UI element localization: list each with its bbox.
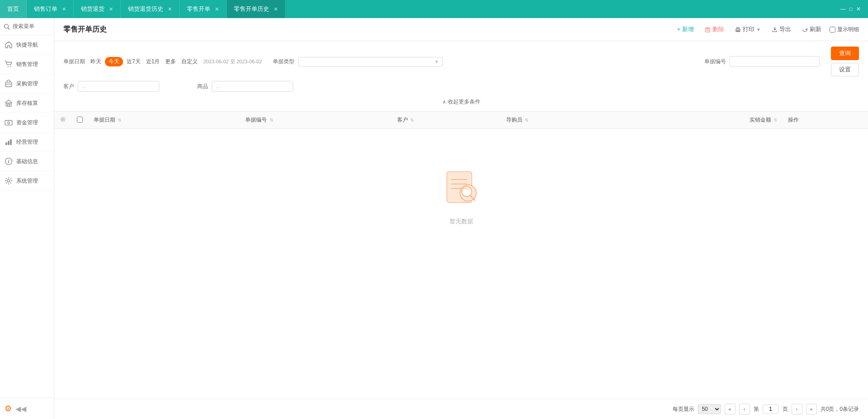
box-icon	[5, 80, 13, 88]
warehouse-icon	[5, 99, 13, 107]
close-tab-retail-open[interactable]: ✕	[215, 6, 219, 12]
date-btn-7days[interactable]: 近7天	[125, 57, 142, 66]
customer-label: 客户	[63, 83, 74, 90]
new-button[interactable]: + 新增	[674, 24, 697, 35]
svg-point-9	[8, 122, 10, 124]
print-icon	[735, 27, 741, 33]
date-btn-1month[interactable]: 近1月	[144, 57, 162, 66]
filter-goods: 商品 ...	[197, 81, 293, 92]
col-amount[interactable]: 实销金额 ⇅	[631, 112, 783, 129]
col-guide[interactable]: 导购员 ⇅	[501, 112, 631, 129]
per-page-select[interactable]: 10 20 50 100	[698, 404, 721, 414]
print-dropdown-icon[interactable]: ▼	[756, 27, 761, 32]
svg-point-23	[62, 118, 64, 120]
display-detail-check[interactable]	[830, 27, 835, 33]
settings-gear-btn[interactable]: ⚙	[5, 404, 12, 414]
sidebar: 搜索菜单 快捷导航 销售管理 采购管理	[0, 18, 54, 419]
filter-customer: 客户 ...	[63, 81, 159, 92]
col-doc-date[interactable]: 单据日期 ⇅	[88, 112, 240, 129]
tab-sales-return-history[interactable]: 销货退货历史 ✕	[121, 0, 180, 18]
sidebar-label-sys-mgmt: 系统管理	[16, 177, 38, 185]
tab-home[interactable]: 首页	[0, 0, 27, 18]
goods-select[interactable]: ...	[212, 81, 293, 92]
tab-retail-open-history[interactable]: 零售开单历史 ✕	[227, 0, 285, 18]
sidebar-label-inventory: 库存核算	[16, 99, 38, 107]
query-button[interactable]: 查询	[831, 47, 859, 60]
sidebar-item-sales-mgmt[interactable]: 销售管理	[0, 55, 54, 74]
tab-retail-open[interactable]: 零售开单 ✕	[180, 0, 227, 18]
filter-doc-type: 单据类型 ▼	[273, 57, 693, 66]
sidebar-label-purchase-mgmt: 采购管理	[16, 80, 38, 88]
delete-button[interactable]: 删除	[702, 24, 727, 35]
date-btn-custom[interactable]: 自定义	[180, 57, 199, 66]
sidebar-item-basic-info[interactable]: 基础信息	[0, 152, 54, 171]
chart-icon	[5, 138, 13, 146]
action-buttons: 查询 设置	[831, 47, 859, 76]
filter-date: 单据日期 昨天 今天 近7天 近1月 更多 自定义 2023-06-02 至 2…	[63, 57, 262, 66]
search-icon	[4, 24, 10, 30]
export-icon	[772, 27, 778, 33]
tab-sales-return[interactable]: 销货退货 ✕	[74, 0, 121, 18]
settings-button[interactable]: 设置	[831, 63, 859, 76]
sidebar-item-purchase-mgmt[interactable]: 采购管理	[0, 74, 54, 94]
svg-point-3	[10, 66, 11, 67]
next-page-btn[interactable]: ›	[792, 404, 802, 414]
minimize-btn[interactable]: —	[840, 6, 846, 12]
print-button[interactable]: 打印 ▼	[732, 24, 764, 35]
date-btn-yesterday[interactable]: 昨天	[89, 57, 103, 66]
select-all-col[interactable]	[71, 112, 88, 129]
page-header: 零售开单历史 + 新增 删除 打印 ▼ 导出	[54, 18, 868, 41]
sort-icon-guide: ⇅	[525, 118, 528, 122]
col-customer[interactable]: 客户 ⇅	[392, 112, 501, 129]
svg-rect-8	[5, 121, 12, 125]
sort-icon-amount: ⇅	[773, 118, 777, 122]
collapse-more-btn[interactable]: ∧ 收起更多条件	[63, 96, 859, 108]
customer-placeholder: ...	[82, 83, 86, 89]
close-tab-sales-order[interactable]: ✕	[62, 6, 66, 12]
svg-point-2	[8, 66, 9, 67]
select-all-checkbox[interactable]	[77, 117, 83, 122]
date-buttons: 昨天 今天 近7天 近1月 更多 自定义 2023-06-02 至 2023-0…	[89, 57, 262, 66]
prev-page-btn[interactable]: ‹	[739, 404, 750, 414]
refresh-button[interactable]: 刷新	[799, 24, 824, 35]
sidebar-label-finance: 资金管理	[16, 119, 38, 127]
export-btn-label: 导出	[779, 25, 791, 33]
col-doc-number[interactable]: 单据编号 ⇅	[240, 112, 391, 129]
empty-text: 暂无数据	[450, 217, 473, 226]
page-title: 零售开单历史	[63, 25, 107, 34]
sidebar-item-inventory[interactable]: 库存核算	[0, 94, 54, 113]
export-button[interactable]: 导出	[769, 24, 794, 35]
sidebar-item-operation[interactable]: 经营管理	[0, 132, 54, 152]
close-tab-sales-return[interactable]: ✕	[109, 6, 113, 12]
doc-number-input[interactable]	[730, 56, 820, 67]
goods-label: 商品	[197, 83, 208, 90]
display-detail-checkbox[interactable]: 显示明细	[830, 26, 859, 33]
svg-rect-10	[5, 142, 7, 145]
last-page-btn[interactable]: »	[806, 404, 817, 414]
sidebar-item-finance[interactable]: 资金管理	[0, 113, 54, 132]
close-btn[interactable]: ✕	[856, 6, 861, 12]
sidebar-search[interactable]: 搜索菜单	[0, 18, 54, 35]
page-number-input[interactable]	[763, 405, 779, 414]
first-page-btn[interactable]: «	[725, 404, 735, 414]
close-tab-sales-return-history[interactable]: ✕	[168, 6, 172, 12]
customer-select[interactable]: ...	[78, 81, 159, 92]
new-btn-label: + 新增	[677, 25, 694, 33]
date-range-display: 2023-06-02 至 2023-06-02	[203, 58, 262, 65]
table-settings-icon	[60, 116, 66, 122]
sidebar-item-sys-mgmt[interactable]: 系统管理	[0, 171, 54, 191]
sidebar-collapse-btn[interactable]: ◀◀	[15, 405, 26, 413]
date-btn-today[interactable]: 今天	[105, 57, 123, 66]
pagination: 每页显示 10 20 50 100 « ‹ 第 页 › » 共0页，0条记录	[54, 399, 868, 419]
doc-type-select[interactable]: ▼	[298, 57, 443, 66]
sidebar-item-quick-nav[interactable]: 快捷导航	[0, 35, 54, 55]
doc-type-label: 单据类型	[273, 58, 294, 66]
tab-sales-order[interactable]: 销售订单 ✕	[27, 0, 74, 18]
table-settings-col[interactable]	[54, 112, 71, 129]
close-tab-retail-open-history[interactable]: ✕	[274, 6, 278, 12]
filter-row-1: 单据日期 昨天 今天 近7天 近1月 更多 自定义 2023-06-02 至 2…	[63, 47, 859, 76]
date-btn-more[interactable]: 更多	[163, 57, 178, 66]
svg-rect-22	[737, 30, 739, 31]
delete-btn-label: 删除	[712, 25, 724, 33]
maximize-btn[interactable]: □	[849, 6, 853, 12]
